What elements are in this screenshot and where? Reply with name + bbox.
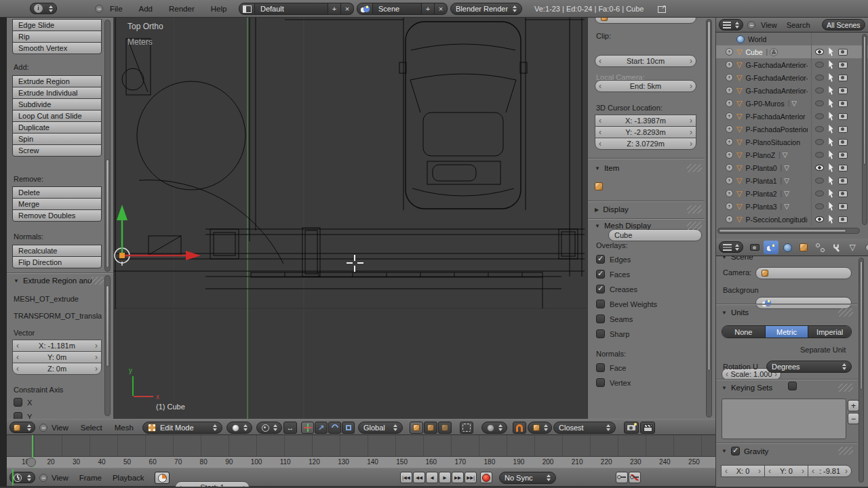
outliner-row[interactable]: ▽ G-FachadaAnterior-M ▽: [716, 84, 868, 97]
transport-button[interactable]: ◀◀: [413, 472, 425, 483]
outliner-row[interactable]: ▽ P-Planta3 ▽: [716, 200, 868, 213]
object-name[interactable]: G-P0-Muros: [745, 100, 784, 108]
renderability-camera-icon[interactable]: [838, 190, 848, 197]
clip-start-field[interactable]: Start: 10cm: [595, 55, 696, 67]
timeline-tracks[interactable]: [7, 435, 715, 456]
visibility-eye-icon[interactable]: [815, 126, 824, 132]
normals-checkbox-row[interactable]: Face: [596, 363, 631, 372]
overlay-checkbox-row[interactable]: Creases: [596, 285, 657, 293]
rotation-units-dropdown[interactable]: Degrees: [766, 361, 852, 373]
tab-scene[interactable]: [764, 241, 778, 254]
outliner-hscrollbar[interactable]: [717, 228, 860, 234]
checkbox[interactable]: [596, 300, 605, 308]
collapse-menus-icon[interactable]: [39, 474, 47, 482]
unit-system-button[interactable]: Metric: [766, 326, 809, 338]
outliner-menu-item[interactable]: Search: [787, 21, 810, 29]
outliner-vscrollbar[interactable]: [862, 34, 867, 225]
clipped-field[interactable]: [595, 18, 696, 24]
expand-icon[interactable]: [726, 203, 733, 210]
object-name-field[interactable]: Cube: [608, 229, 702, 241]
viewport-shading-dropdown[interactable]: [226, 422, 252, 434]
operator-panel-scrollbar[interactable]: [104, 275, 111, 416]
outliner-row[interactable]: ▽ G-P0-Muros ▽: [716, 97, 868, 110]
renderability-camera-icon[interactable]: [838, 139, 848, 146]
mesh-display-panel-header[interactable]: Mesh Display: [595, 222, 651, 230]
tab-constraints[interactable]: [812, 241, 827, 254]
separate-unit-checkbox[interactable]: [788, 382, 797, 390]
scene-icon[interactable]: [357, 3, 373, 15]
transport-button[interactable]: |◀◀: [400, 472, 412, 483]
visibility-eye-icon[interactable]: [815, 139, 824, 145]
tool-button[interactable]: Subdivide: [12, 98, 102, 110]
clip-end-field[interactable]: End: 5km: [595, 80, 696, 92]
snap-element-dropdown[interactable]: [528, 422, 552, 434]
selectability-cursor-icon[interactable]: [828, 176, 834, 185]
transport-button[interactable]: ▶▶: [452, 472, 464, 483]
renderability-camera-icon[interactable]: [838, 203, 848, 210]
outliner-row[interactable]: ▽ P-FachadaPosterior ▽: [716, 123, 868, 136]
edge-select-button[interactable]: [424, 422, 437, 434]
delete-keyframe-button[interactable]: [629, 472, 641, 483]
playhead-knob[interactable]: [26, 458, 36, 467]
renderability-camera-icon[interactable]: [838, 165, 848, 171]
object-name[interactable]: P-PlanoSituacion: [745, 138, 800, 146]
scrollbar-thumb[interactable]: [860, 261, 863, 390]
limit-to-visible-button[interactable]: [460, 422, 473, 434]
transform-orientation-dropdown[interactable]: Global: [358, 422, 403, 434]
expand-icon[interactable]: [726, 48, 733, 56]
object-name[interactable]: G-FachadaAnterior-C: [745, 61, 808, 69]
selectability-cursor-icon[interactable]: [828, 163, 834, 172]
snap-toggle-button[interactable]: [513, 422, 526, 434]
expand-icon[interactable]: [726, 87, 733, 94]
properties-scrollbar[interactable]: [859, 258, 864, 483]
gravity-panel-header[interactable]: Gravity: [722, 447, 768, 455]
tool-button[interactable]: Rip: [12, 30, 102, 43]
selectability-cursor-icon[interactable]: [828, 112, 834, 121]
selectability-cursor-icon[interactable]: [828, 189, 834, 198]
outliner-row[interactable]: ▽ P-PlanoZ ▽: [716, 148, 868, 161]
renderability-camera-icon[interactable]: [838, 49, 848, 56]
tab-world[interactable]: [780, 241, 795, 254]
object-name[interactable]: P-Planta2: [745, 190, 776, 198]
visibility-eye-icon[interactable]: [815, 178, 824, 184]
use-preview-range-button[interactable]: [155, 472, 170, 484]
tool-shelf-scrollbar[interactable]: [104, 20, 111, 272]
viewport-menu-item[interactable]: Select: [81, 424, 102, 432]
manipulator-axis-button[interactable]: [301, 422, 314, 434]
top-menu-item[interactable]: File: [110, 5, 123, 13]
visibility-eye-icon[interactable]: [815, 165, 824, 171]
transport-button[interactable]: ▶▶|: [465, 472, 477, 483]
expand-icon[interactable]: [726, 74, 733, 81]
keying-sets-list[interactable]: [722, 399, 846, 439]
mode-dropdown[interactable]: Edit Mode: [142, 422, 222, 434]
visibility-eye-icon[interactable]: [815, 62, 824, 68]
top-menu-item[interactable]: Render: [169, 5, 195, 13]
proportional-edit-dropdown[interactable]: [481, 422, 507, 434]
add-scene-button[interactable]: +: [422, 3, 435, 15]
background-scene-field[interactable]: [755, 297, 852, 309]
editor-type-selector[interactable]: [719, 19, 743, 30]
snap-target-dropdown[interactable]: Closest: [553, 422, 616, 434]
timeline-ruler[interactable]: 1020304050607080901001101201301401501601…: [7, 435, 715, 468]
vector-value-field[interactable]: X: -1.181m: [12, 340, 102, 352]
vertex-select-button[interactable]: [410, 422, 423, 434]
object-name[interactable]: G-FachadaAnterior-M: [745, 74, 808, 82]
scrollbar-thumb[interactable]: [863, 36, 866, 165]
selectability-cursor-icon[interactable]: [828, 215, 834, 224]
object-name[interactable]: P-Planta1: [745, 177, 776, 185]
outliner-row[interactable]: ▽ G-FachadaAnterior-M ▽: [716, 71, 868, 84]
object-name[interactable]: P-Planta3: [745, 203, 776, 211]
visibility-eye-icon[interactable]: [815, 216, 824, 222]
sync-mode-dropdown[interactable]: No Sync: [499, 472, 556, 484]
expand-icon[interactable]: [726, 190, 733, 197]
outliner-row[interactable]: World ▽: [716, 33, 868, 45]
renderability-camera-icon[interactable]: [838, 100, 848, 107]
manipulator-translate-button[interactable]: ↗: [315, 422, 328, 434]
record-button[interactable]: [480, 472, 492, 483]
manipulate-center-points-button[interactable]: ↔: [283, 422, 297, 434]
outliner-row[interactable]: ▽ P-Planta1 ▽: [716, 174, 868, 187]
render-engine-dropdown[interactable]: Blender Render: [450, 3, 522, 15]
scrollbar-thumb[interactable]: [707, 21, 711, 371]
scrollbar-thumb[interactable]: [719, 229, 846, 232]
display-panel-header[interactable]: Display: [595, 205, 629, 214]
